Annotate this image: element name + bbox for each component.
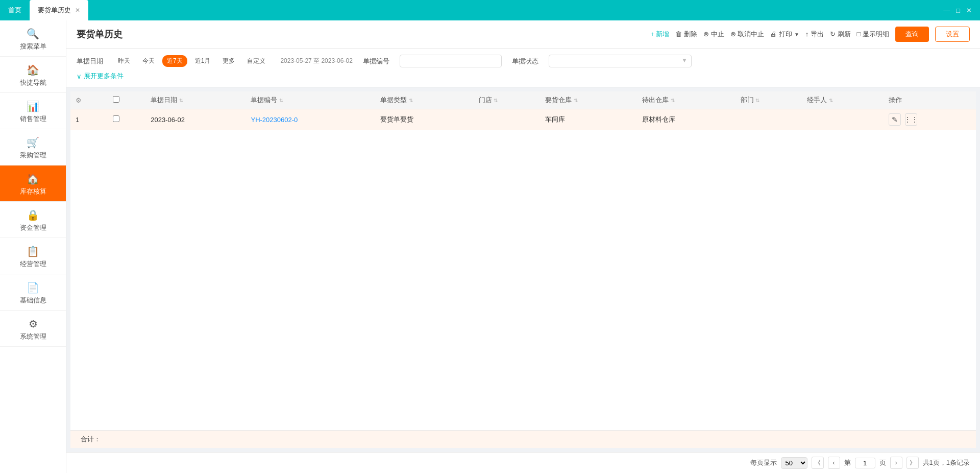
col-settings[interactable]: ⚙: [70, 91, 108, 109]
sidebar-item-basic-info[interactable]: 📄 基础信息: [0, 274, 66, 311]
date-btn-7days[interactable]: 近7天: [162, 55, 187, 67]
page-suffix: 页: [879, 458, 886, 467]
row-wait-warehouse: 原材料仓库: [637, 109, 736, 130]
sort-icon[interactable]: ⇅: [671, 98, 675, 103]
pagination-bar: 每页显示 50 100 200 《 ‹ 第 页 › 》 共1页，1条记录: [66, 452, 980, 473]
edit-icon[interactable]: ✎: [889, 113, 901, 126]
top-bar: 首页 要货单历史 ✕ — □ ✕: [0, 0, 980, 20]
date-btn-1month[interactable]: 近1月: [190, 55, 215, 67]
sidebar-item-purchase[interactable]: 🛒 采购管理: [0, 129, 66, 165]
sort-icon[interactable]: ⇅: [829, 98, 833, 103]
filter-row-1: 单据日期 昨天 今天 近7天 近1月 更多 自定义 2023-05-27 至 2…: [77, 55, 970, 67]
table-area: ⚙ 单据日期 ⇅ 单据编号 ⇅: [70, 91, 976, 448]
col-wait-warehouse: 待出仓库 ⇅: [637, 91, 736, 109]
per-page-select[interactable]: 50 100 200: [781, 457, 807, 469]
operations-icon: 📋: [27, 245, 39, 257]
tab-home[interactable]: 首页: [0, 0, 30, 20]
col-checkbox[interactable]: [108, 91, 146, 109]
col-doc-type: 单据类型 ⇅: [375, 91, 474, 109]
sort-icon[interactable]: ⇅: [494, 98, 498, 103]
row-select-checkbox[interactable]: [113, 115, 119, 122]
expand-more-button[interactable]: ∨ 展开更多条件: [77, 72, 970, 81]
doc-no-link[interactable]: YH-20230602-0: [251, 116, 298, 124]
col-store: 门店 ⇅: [474, 91, 541, 109]
print-button[interactable]: 🖨 打印 ▼: [770, 30, 799, 39]
inventory-icon: 🏠: [27, 173, 39, 185]
toolbar: + 新增 🗑 删除 ⊗ 中止 ⊗ 取消中止 🖨 打印 ▼ ↑ 导出: [650, 27, 970, 42]
doc-status-label: 单据状态: [512, 57, 538, 66]
col-handler: 经手人 ⇅: [802, 91, 884, 109]
row-doc-type: 要货单要货: [375, 109, 474, 130]
data-table: ⚙ 单据日期 ⇅ 单据编号 ⇅: [70, 91, 976, 130]
doc-no-input[interactable]: [400, 55, 502, 67]
sidebar-item-search-menu[interactable]: 🔍 搜索菜单: [0, 20, 66, 57]
first-page-button[interactable]: 《: [812, 457, 824, 469]
next-page-button[interactable]: ›: [890, 457, 902, 469]
delete-button[interactable]: 🗑 删除: [675, 30, 697, 39]
search-icon: 🔍: [27, 28, 39, 40]
prev-page-button[interactable]: ‹: [828, 457, 840, 469]
col-dept: 部门 ⇅: [736, 91, 802, 109]
sales-icon: 📊: [27, 100, 39, 112]
sidebar-item-quick-nav[interactable]: 🏠 快捷导航: [0, 57, 66, 93]
row-index: 1: [70, 109, 108, 130]
col-doc-no: 单据编号 ⇅: [246, 91, 375, 109]
date-filter-buttons: 昨天 今天 近7天 近1月 更多 自定义: [113, 55, 270, 67]
date-label: 单据日期: [77, 57, 103, 66]
doc-no-label: 单据编号: [363, 57, 389, 66]
row-actions: ✎ ⋮⋮: [884, 109, 976, 130]
stop-button[interactable]: ⊗ 中止: [703, 30, 724, 39]
chevron-down-icon: ▼: [681, 57, 688, 64]
minimize-icon[interactable]: —: [943, 7, 950, 14]
sidebar-item-finance[interactable]: 🔒 资金管理: [0, 202, 66, 238]
export-button[interactable]: ↑ 导出: [805, 30, 824, 39]
window-controls: — □ ✕: [943, 7, 980, 14]
date-btn-today[interactable]: 今天: [138, 55, 159, 67]
row-handler: [802, 109, 884, 130]
row-checkbox[interactable]: [108, 109, 146, 130]
table-spacer: [70, 130, 976, 430]
date-btn-more[interactable]: 更多: [218, 55, 239, 67]
row-store: [474, 109, 541, 130]
more-icon[interactable]: ⋮⋮: [905, 113, 917, 126]
sidebar-item-sales[interactable]: 📊 销售管理: [0, 93, 66, 129]
content: 要货单历史 + 新增 🗑 删除 ⊗ 中止 ⊗ 取消中止 🖨 打印 ▼: [66, 20, 980, 473]
date-btn-custom[interactable]: 自定义: [242, 55, 270, 67]
date-range-display: 2023-05-27 至 2023-06-02: [280, 57, 352, 65]
row-req-warehouse: 车间库: [540, 109, 637, 130]
filter-area: 单据日期 昨天 今天 近7天 近1月 更多 自定义 2023-05-27 至 2…: [66, 49, 980, 87]
sort-icon[interactable]: ⇅: [279, 98, 283, 103]
sort-icon[interactable]: ⇅: [755, 98, 760, 103]
display-detail-button[interactable]: □ 显示明细: [857, 30, 889, 39]
sidebar-item-inventory[interactable]: 🏠 库存核算: [0, 165, 66, 202]
settings-icon[interactable]: ⚙: [76, 97, 82, 104]
sort-icon[interactable]: ⇅: [409, 98, 413, 103]
page-label: 第: [844, 458, 851, 467]
new-button[interactable]: + 新增: [650, 30, 669, 39]
refresh-button[interactable]: ↻ 刷新: [830, 30, 851, 39]
date-btn-yesterday[interactable]: 昨天: [113, 55, 135, 67]
row-dept: [736, 109, 802, 130]
query-button[interactable]: 查询: [895, 27, 929, 42]
doc-status-input[interactable]: [549, 55, 692, 67]
close-icon[interactable]: ✕: [966, 7, 972, 14]
select-all-checkbox[interactable]: [113, 96, 119, 103]
sidebar-item-operations[interactable]: 📋 经营管理: [0, 238, 66, 274]
row-doc-no: YH-20230602-0: [246, 109, 375, 130]
doc-icon: 📄: [27, 281, 39, 294]
chevron-down-icon: ▼: [794, 32, 799, 37]
sort-icon[interactable]: ⇅: [179, 98, 183, 103]
page-number-input[interactable]: [855, 458, 875, 468]
setting-button[interactable]: 设置: [935, 27, 970, 42]
cancel-stop-button[interactable]: ⊗ 取消中止: [730, 30, 765, 39]
table-footer: 合计：: [70, 430, 976, 448]
tab-close-icon[interactable]: ✕: [75, 7, 80, 14]
last-page-button[interactable]: 》: [906, 457, 919, 469]
sidebar-item-system[interactable]: ⚙ 系统管理: [0, 311, 66, 347]
sort-icon[interactable]: ⇅: [574, 98, 578, 103]
col-date: 单据日期 ⇅: [145, 91, 246, 109]
row-date: 2023-06-02: [145, 109, 246, 130]
maximize-icon[interactable]: □: [956, 7, 960, 14]
cart-icon: 🛒: [27, 136, 39, 149]
tab-history[interactable]: 要货单历史 ✕: [30, 0, 88, 20]
